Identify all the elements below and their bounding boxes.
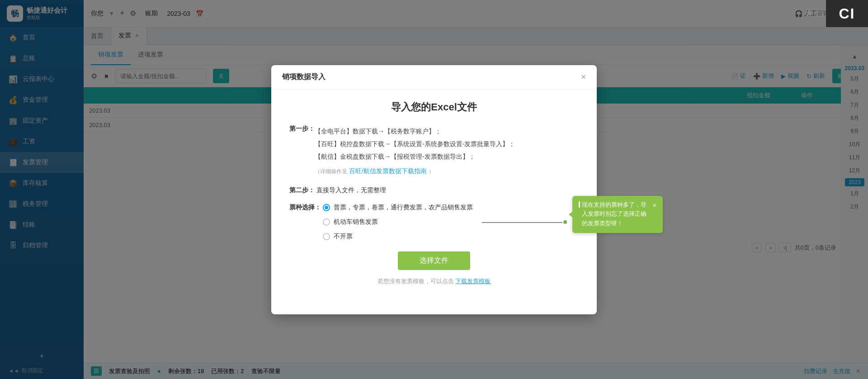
tooltip-connector <box>482 222 563 223</box>
ticket-choice-label: 票种选择： <box>289 204 321 212</box>
modal-title: 销项数据导入 <box>282 72 326 82</box>
tooltip-bubble: 现在支持的票种多了，导入发票时别忘了选择正确的发票类型呀！ × <box>572 196 663 233</box>
window-maximize-icon[interactable]: ⊡ <box>817 9 823 18</box>
radio-dot-1 <box>325 206 328 209</box>
window-close-icon[interactable]: ✕ <box>806 9 811 18</box>
download-template-link[interactable]: 下载发票模板 <box>455 278 491 284</box>
step1-guide-link[interactable]: 百旺/航信发票数据下载指南 <box>349 167 427 175</box>
modal-footer: 若您没有发票模板，可以点击 下载发票模板 <box>289 277 579 285</box>
modal-import-title: 导入您的Excel文件 <box>289 100 579 114</box>
radio-group: 普票，专票，卷票，通行费发票，农产品销售发票 机动车销售发票 <box>323 204 473 241</box>
footer-text: 若您没有发票模板，可以点击 <box>377 278 454 284</box>
step1-link-prefix: （详细操作见 <box>315 168 347 175</box>
ticket-choice: 票种选择： 普票，专票，卷票，通行费发票，农产品销售发票 机动车销售发票 <box>289 204 579 241</box>
modal-body: 导入您的Excel文件 第一步： 【全电平台】数据下载→【税务数字账户】； 【百… <box>271 90 597 296</box>
radio-option-2[interactable]: 机动车销售发票 现在支持的票种多了，导入发票时别忘了选择正确的发票类型呀！ <box>323 218 473 226</box>
window-controls: ✕ ⊡ <box>806 0 823 27</box>
import-modal: 销项数据导入 × 导入您的Excel文件 第一步： 【全电平台】数据下载→【税务… <box>271 65 597 314</box>
radio-circle-2 <box>323 218 330 226</box>
tooltip-close-btn[interactable]: × <box>653 200 656 210</box>
step1-content: 【全电平台】数据下载→【税务数字账户】； 【百旺】税控盘数据下载→【系统设置-系… <box>315 125 515 177</box>
radio-label-1: 普票，专票，卷票，通行费发票，农产品销售发票 <box>334 204 473 212</box>
step2-text: 直接导入文件，无需整理 <box>316 186 386 194</box>
select-file-button[interactable]: 选择文件 <box>398 251 470 270</box>
radio-circle-1 <box>323 204 330 211</box>
step1-link-suffix: ） <box>429 168 434 175</box>
modal-step1: 第一步： 【全电平台】数据下载→【税务数字账户】； 【百旺】税控盘数据下载→【系… <box>289 125 579 177</box>
radio-label-2: 机动车销售发票 <box>334 218 378 226</box>
radio-circle-3 <box>323 233 330 240</box>
step1-line1: 【全电平台】数据下载→【税务数字账户】； <box>315 125 515 137</box>
modal-close-button[interactable]: × <box>581 72 586 82</box>
tooltip-bar <box>579 201 580 208</box>
modal-header: 销项数据导入 × <box>271 65 597 90</box>
radio-option-1[interactable]: 普票，专票，卷票，通行费发票，农产品销售发票 <box>323 204 473 212</box>
radio-label-3: 不开票 <box>334 232 353 241</box>
step1-line3: 【航信】金税盘数据下载→【报税管理-发票数据导出】； <box>315 150 515 163</box>
step1-link-row: （详细操作见 百旺/航信发票数据下载指南 ） <box>315 165 515 177</box>
step1-line2: 【百旺】税控盘数据下载→【系统设置-系统参数设置-发票批量导入】； <box>315 137 515 150</box>
step2-label: 第二步： <box>289 186 315 194</box>
tooltip-text: 现在支持的票种多了，导入发票时别忘了选择正确的发票类型呀！ <box>582 200 650 228</box>
step1-label: 第一步： <box>289 125 315 133</box>
ci-badge: CI <box>826 0 868 27</box>
modal-step2: 第二步： 直接导入文件，无需整理 <box>289 186 579 194</box>
tooltip-dot <box>562 219 568 225</box>
radio-option-3[interactable]: 不开票 <box>323 232 473 241</box>
tooltip-arrow <box>569 212 572 217</box>
modal-overlay: 销项数据导入 × 导入您的Excel文件 第一步： 【全电平台】数据下载→【税务… <box>0 0 868 379</box>
